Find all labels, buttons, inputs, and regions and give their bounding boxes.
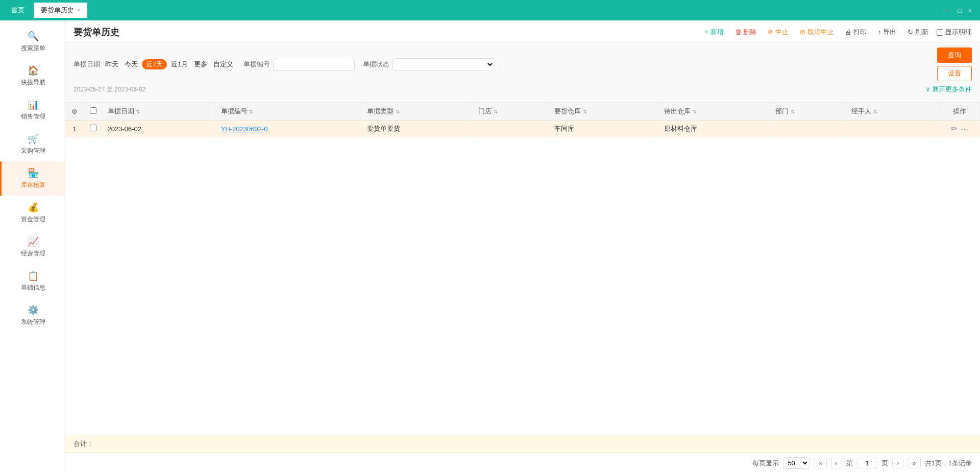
select-all-checkbox[interactable]	[90, 107, 96, 114]
col-number[interactable]: 单据编号 ⇅	[215, 103, 361, 121]
tab-home[interactable]: 首页	[4, 3, 32, 18]
tab-close-icon[interactable]: ×	[77, 7, 80, 13]
col-store[interactable]: 门店 ⇅	[473, 103, 549, 121]
col-type[interactable]: 单据类型 ⇅	[361, 103, 473, 121]
print-button[interactable]: 🖨 打印	[842, 26, 870, 39]
status-filter-group: 单据状态	[363, 58, 495, 71]
col-department[interactable]: 部门 ⇅	[770, 103, 846, 121]
col-handler[interactable]: 经手人 ⇅	[846, 103, 939, 121]
tab-home-label: 首页	[11, 6, 24, 15]
row-checkbox[interactable]	[90, 125, 96, 131]
export-button[interactable]: ↑ 导出	[875, 26, 899, 39]
status-select[interactable]	[393, 58, 495, 71]
sidebar: 🔍 搜索菜单 🏠 快捷导航 📊 销售管理 🛒 采购管理 🏪 库存核算 💰 资金管…	[0, 20, 65, 473]
col-number-sort-icon: ⇅	[249, 109, 253, 114]
doc-number-link[interactable]: YH-20230602-0	[221, 125, 268, 133]
action-icons: ✏ ⋯	[944, 124, 974, 133]
expand-button[interactable]: ∨ 展开更多条件	[925, 85, 972, 94]
doc-number-label: 单据编号	[243, 60, 270, 69]
col-req-warehouse[interactable]: 要货仓库 ⇅	[549, 103, 659, 121]
sidebar-item-basic[interactable]: 📋 基础信息	[0, 264, 65, 298]
basic-icon: 📋	[28, 270, 39, 281]
window-controls: — □ ×	[945, 7, 976, 14]
settings-button[interactable]: 设置	[937, 66, 972, 81]
sidebar-item-label: 销售管理	[21, 112, 45, 121]
sales-icon: 📊	[28, 99, 39, 110]
page-input[interactable]	[857, 458, 877, 468]
close-btn[interactable]: ×	[968, 7, 972, 14]
col-number-label: 单据编号	[221, 107, 248, 115]
shortcut-yesterday[interactable]: 昨天	[103, 59, 120, 69]
tab-active-label: 要货单历史	[41, 6, 74, 15]
td-action: ✏ ⋯	[939, 121, 980, 137]
sidebar-item-inventory[interactable]: 🏪 库存核算	[0, 161, 65, 196]
main-layout: 🔍 搜索菜单 🏠 快捷导航 📊 销售管理 🛒 采购管理 🏪 库存核算 💰 资金管…	[0, 20, 980, 473]
sidebar-item-label: 经营管理	[21, 249, 45, 258]
shortcut-today[interactable]: 今天	[122, 59, 140, 69]
display-detail-label: 显示明细	[945, 28, 972, 37]
sidebar-item-label: 库存核算	[21, 181, 45, 190]
next-page-btn[interactable]: ›	[892, 458, 903, 468]
display-detail-checkbox[interactable]: 显示明细	[937, 28, 972, 37]
sidebar-item-operation[interactable]: 📈 经营管理	[0, 230, 65, 264]
col-pending-warehouse-sort-icon: ⇅	[693, 109, 697, 114]
sidebar-item-label: 搜索菜单	[21, 44, 45, 53]
td-handler	[846, 121, 939, 137]
edit-icon[interactable]: ✏	[951, 124, 958, 133]
sidebar-item-finance[interactable]: 💰 资金管理	[0, 196, 65, 230]
shortcut-more[interactable]: 更多	[192, 59, 209, 69]
quick-nav-icon: 🏠	[28, 65, 39, 76]
col-date[interactable]: 单据日期 ⇅	[102, 103, 215, 121]
content-area: 要货单历史 + 新增 🗑 删除 ⊘ 中止 ⊘ 取消中止 🖨 打印 ↑ 导出 ↻ …	[65, 20, 980, 473]
col-pending-warehouse[interactable]: 待出仓库 ⇅	[658, 103, 770, 121]
purchase-icon: 🛒	[28, 133, 39, 145]
table-header-row: ⚙ 单据日期 ⇅ 单据编号 ⇅ 单据类型	[65, 103, 980, 121]
query-button[interactable]: 查询	[937, 48, 972, 63]
td-settings: 1	[65, 121, 84, 137]
sidebar-item-purchase[interactable]: 🛒 采购管理	[0, 127, 65, 161]
col-type-sort-icon: ⇅	[396, 109, 400, 114]
prev-page-btn[interactable]: ‹	[831, 458, 842, 468]
col-settings[interactable]: ⚙	[65, 103, 84, 121]
sidebar-item-search-menu[interactable]: 🔍 搜索菜单	[0, 25, 65, 59]
col-action: 操作	[939, 103, 980, 121]
refresh-button[interactable]: ↻ 刷新	[904, 26, 932, 39]
shortcut-1month[interactable]: 近1月	[169, 59, 190, 69]
shortcut-7days[interactable]: 近7天	[142, 59, 167, 69]
sidebar-item-label: 快捷导航	[21, 78, 45, 87]
restore-btn[interactable]: □	[958, 7, 962, 14]
cancel-stop-button[interactable]: ⊘ 取消中止	[797, 26, 837, 39]
shortcut-custom[interactable]: 自定义	[211, 59, 235, 69]
col-checkbox[interactable]	[84, 103, 102, 121]
per-page-label: 每页显示	[752, 459, 779, 468]
td-store	[473, 121, 549, 137]
last-page-btn[interactable]: »	[908, 458, 920, 468]
col-store-label: 门店	[478, 107, 492, 115]
col-date-label: 单据日期	[108, 107, 134, 115]
td-checkbox[interactable]	[84, 121, 102, 137]
tab-active[interactable]: 要货单历史 ×	[34, 3, 87, 18]
sidebar-item-quick-nav[interactable]: 🏠 快捷导航	[0, 59, 65, 93]
td-department	[770, 121, 846, 137]
doc-number-input[interactable]	[273, 59, 355, 70]
more-icon[interactable]: ⋯	[961, 124, 968, 133]
page-size-select[interactable]: 50 100 200	[783, 457, 810, 469]
sidebar-item-system[interactable]: ⚙️ 系统管理	[0, 298, 65, 333]
td-date: 2023-06-02	[102, 121, 215, 137]
new-button[interactable]: + 新增	[702, 26, 727, 39]
doc-number-filter-group: 单据编号	[243, 59, 355, 70]
sidebar-item-label: 基础信息	[21, 283, 45, 292]
col-type-label: 单据类型	[367, 107, 394, 115]
date-range-text: 2023-05-27 至 2023-06-02	[74, 85, 145, 94]
table-row[interactable]: 1 2023-06-02 YH-20230602-0 要货单要货 车间库 原材料…	[65, 121, 980, 137]
delete-button[interactable]: 🗑 删除	[732, 26, 760, 39]
finance-icon: 💰	[28, 202, 39, 213]
display-detail-input[interactable]	[937, 29, 943, 36]
first-page-btn[interactable]: «	[814, 458, 826, 468]
col-date-sort-icon: ⇅	[136, 109, 140, 114]
expand-label: 展开更多条件	[932, 85, 972, 94]
operation-icon: 📈	[28, 236, 39, 247]
minimize-btn[interactable]: —	[945, 7, 952, 14]
sidebar-item-sales[interactable]: 📊 销售管理	[0, 93, 65, 127]
stop-button[interactable]: ⊘ 中止	[765, 26, 792, 39]
